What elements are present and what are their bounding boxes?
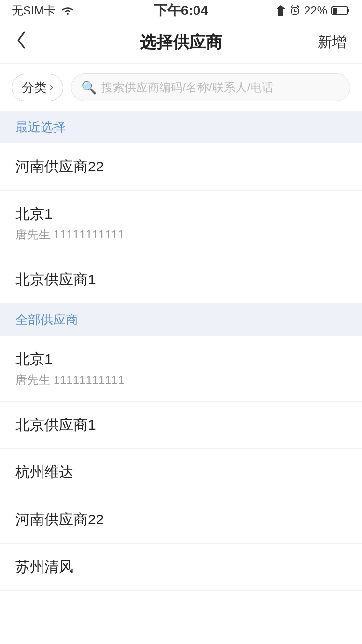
- nav-bar: 选择供应商 新增: [0, 21, 362, 64]
- item-name: 杭州维达: [15, 462, 347, 482]
- search-icon: 🔍: [81, 80, 97, 95]
- category-label: 分类: [22, 79, 47, 96]
- carrier-text: 无SIM卡: [12, 3, 56, 18]
- recent-items-list: 河南供应商22北京1唐先生 11111111111北京供应商1: [0, 143, 362, 304]
- battery-icon: [331, 5, 350, 16]
- status-time: 下午6:04: [154, 1, 208, 20]
- status-bar: 无SIM卡 下午6:04 22%: [0, 0, 362, 21]
- category-button[interactable]: 分类 ›: [12, 74, 63, 101]
- svg-point-0: [67, 13, 69, 15]
- list-item[interactable]: 河南供应商22: [0, 496, 362, 544]
- item-name: 北京供应商1: [15, 270, 347, 290]
- search-placeholder: 搜索供应商编码/名称/联系人/电话: [101, 80, 273, 95]
- status-right: 22%: [276, 4, 350, 17]
- item-name: 河南供应商22: [15, 510, 347, 530]
- item-sub: 唐先生 11111111111: [15, 372, 347, 388]
- svg-rect-4: [333, 8, 337, 14]
- item-sub: 唐先生 11111111111: [15, 227, 347, 242]
- all-section-header: 全部供应商: [0, 304, 362, 336]
- item-name: 北京供应商1: [15, 415, 347, 435]
- item-name: 苏州清风: [15, 557, 347, 577]
- recent-section-label: 最近选择: [15, 120, 66, 134]
- list-item[interactable]: 北京1唐先生 11111111111: [0, 336, 362, 402]
- location-icon: [276, 5, 286, 16]
- page-title: 选择供应商: [140, 31, 222, 54]
- list-item[interactable]: 北京供应商1: [0, 256, 362, 304]
- all-section-label: 全部供应商: [15, 312, 78, 327]
- chevron-right-icon: ›: [50, 81, 53, 94]
- svg-rect-3: [348, 9, 349, 12]
- battery-percent: 22%: [304, 4, 327, 17]
- list-item[interactable]: 河南供应商22: [0, 143, 362, 191]
- list-item[interactable]: 杭州维达: [0, 449, 362, 496]
- add-button[interactable]: 新增: [318, 32, 347, 52]
- list-item[interactable]: 苏州清风: [0, 544, 362, 591]
- filter-bar: 分类 › 🔍 搜索供应商编码/名称/联系人/电话: [0, 64, 362, 111]
- item-name: 北京1: [15, 350, 347, 369]
- search-box[interactable]: 🔍 搜索供应商编码/名称/联系人/电话: [71, 73, 350, 101]
- all-items-list: 北京1唐先生 11111111111北京供应商1杭州维达河南供应商22苏州清风: [0, 336, 362, 591]
- recent-section-header: 最近选择: [0, 111, 362, 143]
- wifi-icon: [60, 5, 75, 16]
- item-name: 河南供应商22: [15, 157, 347, 177]
- alarm-icon: [290, 5, 300, 16]
- list-item[interactable]: 北京1唐先生 11111111111: [0, 191, 362, 256]
- back-button[interactable]: [15, 30, 44, 54]
- item-name: 北京1: [15, 204, 347, 224]
- list-item[interactable]: 北京供应商1: [0, 402, 362, 449]
- status-left: 无SIM卡: [12, 3, 75, 18]
